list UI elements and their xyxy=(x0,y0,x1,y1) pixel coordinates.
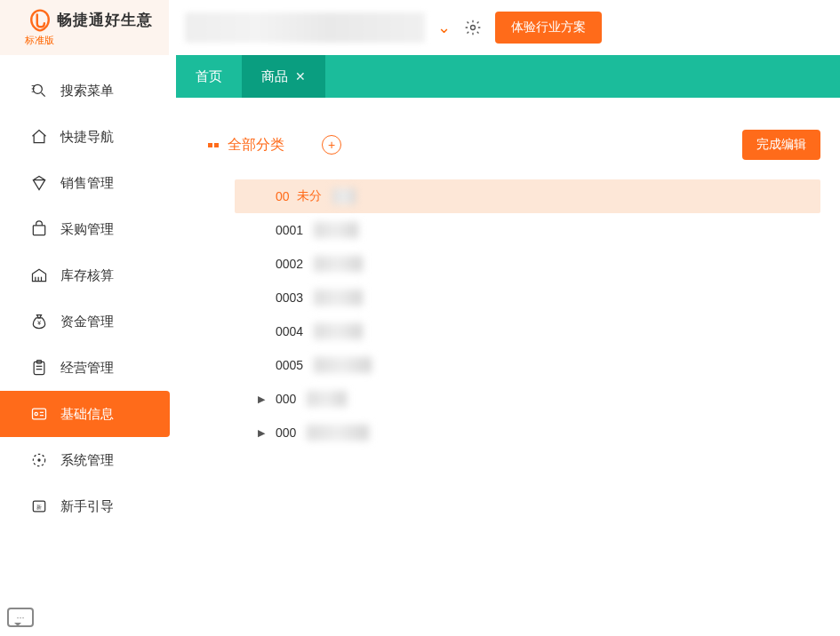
tree-node[interactable]: ▶ 000 xyxy=(235,382,820,416)
brand-area: 畅捷通好生意 标准版 xyxy=(0,0,169,55)
add-category-button[interactable]: + xyxy=(322,135,341,155)
tree-node[interactable]: 00 未分 xyxy=(235,179,820,213)
category-tree: 00 未分 0001 0002 0003 0004 0005 xyxy=(196,179,820,449)
sidebar-item-guide[interactable]: 新 新手引导 xyxy=(0,483,169,529)
header-mid: ⌄ 体验行业方案 xyxy=(169,12,840,44)
tab-label: 商品 xyxy=(261,68,288,85)
sidebar-item-inventory[interactable]: 库存核算 xyxy=(0,252,169,298)
new-badge-icon: 新 xyxy=(30,497,48,515)
sidebar-item-label: 基础信息 xyxy=(60,406,114,423)
brand-logo-icon xyxy=(28,9,52,32)
svg-point-17 xyxy=(35,412,37,415)
redacted-text xyxy=(314,290,363,306)
expand-caret-icon[interactable]: ▶ xyxy=(258,427,268,439)
tree-node-code: 0005 xyxy=(276,358,303,372)
sidebar-item-label: 新手引导 xyxy=(60,498,114,515)
finish-edit-button[interactable]: 完成编辑 xyxy=(742,130,820,160)
company-selector-redacted[interactable] xyxy=(185,12,425,43)
chevron-down-icon[interactable]: ⌄ xyxy=(437,18,451,37)
svg-point-21 xyxy=(37,458,40,461)
redacted-text xyxy=(307,425,369,441)
sidebar-item-operations[interactable]: 经营管理 xyxy=(0,345,169,391)
tree-node-code: 0002 xyxy=(276,257,303,271)
sidebar-item-label: 搜索菜单 xyxy=(60,83,114,99)
tree-node-code: 0001 xyxy=(276,223,303,237)
redacted-text xyxy=(314,256,363,272)
tree-node-code: 00 xyxy=(276,189,290,203)
grid-icon xyxy=(208,143,219,147)
sidebar-item-basedata[interactable]: 基础信息 xyxy=(0,391,170,437)
svg-rect-4 xyxy=(32,85,35,86)
warehouse-icon xyxy=(30,266,48,284)
tree-node[interactable]: 0005 xyxy=(235,348,820,382)
svg-text:新: 新 xyxy=(36,504,42,510)
tree-node[interactable]: 0002 xyxy=(235,247,820,281)
sidebar-item-label: 快捷导航 xyxy=(60,129,114,146)
redacted-text xyxy=(314,323,363,339)
redacted-text xyxy=(307,391,347,407)
svg-rect-6 xyxy=(32,91,35,92)
tree-node[interactable]: ▶ 000 xyxy=(235,416,820,449)
redacted-text xyxy=(314,357,372,373)
dotted-circle-icon xyxy=(30,451,48,469)
tabs-bar: 首页 商品 ✕ xyxy=(176,55,840,98)
brand-name: 畅捷通好生意 xyxy=(57,10,153,30)
svg-rect-7 xyxy=(33,226,44,235)
card-icon xyxy=(30,405,48,423)
svg-rect-5 xyxy=(32,89,35,90)
sidebar-item-quicknav[interactable]: 快捷导航 xyxy=(0,114,169,160)
tree-node-label: 未分 xyxy=(297,188,322,204)
sidebar-item-label: 库存核算 xyxy=(60,267,114,284)
diamond-icon xyxy=(30,174,48,192)
sidebar-item-label: 采购管理 xyxy=(60,221,114,238)
main-panel: 全部分类 + 完成编辑 00 未分 0001 0002 0003 0 xyxy=(176,98,840,636)
brand-edition: 标准版 xyxy=(25,34,54,47)
svg-point-0 xyxy=(471,26,476,30)
tree-node-code: 0003 xyxy=(276,290,303,305)
sidebar-item-sales[interactable]: 销售管理 xyxy=(0,160,169,206)
feedback-icon[interactable]: ··· xyxy=(7,608,34,627)
tab-home[interactable]: 首页 xyxy=(176,55,242,98)
redacted-text xyxy=(314,222,358,238)
app-header: 畅捷通好生意 标准版 ⌄ 体验行业方案 xyxy=(0,0,840,55)
home-icon xyxy=(30,128,48,146)
category-header: 全部分类 + 完成编辑 xyxy=(196,130,820,160)
tree-node-code: 000 xyxy=(276,392,296,406)
tab-label: 首页 xyxy=(196,68,222,85)
sidebar-item-finance[interactable]: ¥ 资金管理 xyxy=(0,298,169,345)
sidebar-item-purchase[interactable]: 采购管理 xyxy=(0,206,169,252)
svg-text:¥: ¥ xyxy=(37,320,41,326)
tree-node[interactable]: 0001 xyxy=(235,213,820,247)
clipboard-icon xyxy=(30,359,48,377)
tab-product[interactable]: 商品 ✕ xyxy=(242,55,325,98)
search-icon xyxy=(30,82,48,99)
bag-icon xyxy=(30,220,48,238)
tree-node[interactable]: 0003 xyxy=(235,281,820,314)
tree-node-code: 0004 xyxy=(276,324,303,338)
sidebar-item-label: 经营管理 xyxy=(60,360,114,377)
close-icon[interactable]: ✕ xyxy=(295,69,306,83)
moneybag-icon: ¥ xyxy=(30,313,48,330)
all-categories-label: 全部分类 xyxy=(228,136,284,155)
gear-icon[interactable] xyxy=(463,18,483,37)
redacted-text xyxy=(332,188,356,204)
tree-node[interactable]: 0004 xyxy=(235,314,820,348)
sidebar-item-search[interactable]: 搜索菜单 xyxy=(0,68,169,114)
sidebar-item-label: 系统管理 xyxy=(60,452,114,469)
all-categories[interactable]: 全部分类 + xyxy=(208,135,341,155)
sidebar-item-system[interactable]: 系统管理 xyxy=(0,437,169,483)
sidebar-item-label: 销售管理 xyxy=(60,175,114,192)
tree-node-code: 000 xyxy=(276,425,296,440)
sidebar: 搜索菜单 快捷导航 销售管理 采购管理 库存核算 ¥ 资金管理 经营管理 基础信… xyxy=(0,55,169,636)
sidebar-item-label: 资金管理 xyxy=(60,314,114,330)
expand-caret-icon[interactable]: ▶ xyxy=(258,394,268,405)
industry-cta-button[interactable]: 体验行业方案 xyxy=(495,12,602,44)
svg-line-2 xyxy=(42,93,45,97)
